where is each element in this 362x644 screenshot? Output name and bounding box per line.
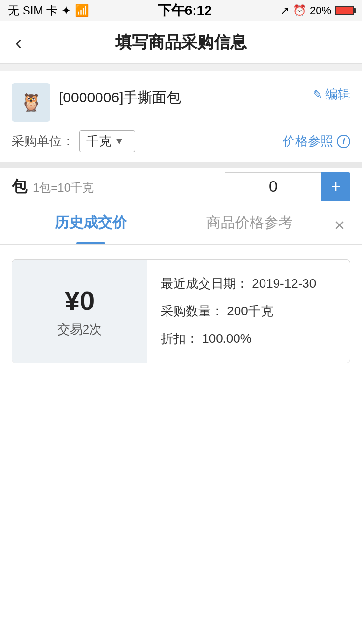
dropdown-arrow-icon: ▼ (114, 136, 124, 147)
quantity-value: 0 (269, 178, 278, 196)
alarm-icon: ⏰ (293, 4, 306, 17)
edit-label: 编辑 (325, 86, 350, 103)
page-title: 填写商品采购信息 (115, 31, 247, 54)
info-circle-icon: i (337, 135, 350, 148)
purchase-quantity-row: 采购数量： 200千克 (161, 302, 336, 321)
purchase-quantity-value: 200千克 (227, 304, 273, 318)
tab-history-price[interactable]: 历史成交价 (12, 206, 170, 244)
edit-button[interactable]: ✎ 编辑 (313, 86, 350, 103)
quantity-row: 包 1包=10千克 0 + (0, 168, 362, 206)
tabs-bar: 历史成交价 商品价格参考 × (0, 206, 362, 245)
product-card: 🦉 [0000006]手撕面包 ✎ 编辑 采购单位： 千克 ▼ 价格参照 i (0, 71, 362, 162)
trade-count: 交易2次 (57, 321, 102, 338)
unit-value: 千克 (86, 133, 111, 150)
battery-pct: 20% (310, 4, 331, 17)
product-name: [0000006]手撕面包 (59, 88, 181, 108)
discount-label: 折扣： (161, 331, 198, 346)
battery-icon (335, 6, 354, 15)
history-details-right: 最近成交日期： 2019-12-30 采购数量： 200千克 折扣： 100.0… (147, 260, 350, 363)
quantity-input[interactable]: 0 (225, 172, 321, 201)
recent-date-label: 最近成交日期： (161, 276, 249, 291)
product-header: 🦉 [0000006]手撕面包 ✎ 编辑 (12, 83, 350, 122)
tab-product-price-ref-label: 商品价格参考 (206, 213, 293, 238)
panel-content: ¥0 交易2次 最近成交日期： 2019-12-30 采购数量： 200千克 折… (0, 245, 362, 438)
history-price-value: ¥0 (65, 285, 95, 316)
discount-row: 折扣： 100.00% (161, 329, 336, 348)
tab-product-price-ref[interactable]: 商品价格参考 (170, 206, 328, 244)
product-logo-icon: 🦉 (20, 92, 42, 112)
price-ref-label: 价格参照 (283, 133, 333, 150)
purchase-unit: 采购单位： 千克 ▼ (12, 130, 135, 152)
status-left: 无 SIM 卡 ✦ 📶 (8, 3, 89, 18)
recent-date-value: 2019-12-30 (252, 276, 316, 291)
quantity-label: 包 1包=10千克 (12, 176, 94, 197)
product-left: 🦉 [0000006]手撕面包 (12, 83, 181, 122)
discount-value: 100.00% (202, 331, 251, 346)
close-panel-button[interactable]: × (329, 213, 350, 238)
purchase-quantity-label: 采购数量： (161, 304, 223, 318)
status-right: ↗ ⏰ 20% (280, 4, 354, 17)
location-icon: ↗ (280, 4, 289, 17)
status-bar: 无 SIM 卡 ✦ 📶 下午6:12 ↗ ⏰ 20% (0, 0, 362, 21)
product-footer: 采购单位： 千克 ▼ 价格参照 i (12, 130, 350, 152)
back-button[interactable]: ‹ (12, 29, 26, 56)
nav-bar: ‹ 填写商品采购信息 (0, 21, 362, 64)
sim-label: 无 SIM 卡 ✦ (8, 3, 71, 18)
wifi-icon: 📶 (75, 4, 89, 17)
product-thumbnail: 🦉 (12, 83, 50, 122)
quantity-plus-button[interactable]: + (321, 172, 350, 201)
quantity-control: 0 + (225, 172, 350, 201)
bottom-space (0, 438, 362, 644)
history-price-left: ¥0 交易2次 (12, 260, 147, 363)
quantity-unit: 包 (12, 176, 27, 197)
quantity-conversion: 1包=10千克 (33, 180, 94, 196)
purchase-unit-label: 采购单位： (12, 133, 74, 150)
price-reference-button[interactable]: 价格参照 i (283, 133, 350, 150)
recent-date-row: 最近成交日期： 2019-12-30 (161, 274, 336, 293)
plus-icon: + (331, 177, 341, 197)
tab-history-price-label: 历史成交价 (55, 213, 127, 238)
section-divider (0, 162, 362, 168)
unit-select-dropdown[interactable]: 千克 ▼ (79, 130, 135, 152)
status-time: 下午6:12 (158, 1, 212, 20)
tab-active-indicator (76, 242, 105, 244)
history-card: ¥0 交易2次 最近成交日期： 2019-12-30 采购数量： 200千克 折… (12, 259, 350, 363)
edit-icon: ✎ (313, 88, 322, 101)
